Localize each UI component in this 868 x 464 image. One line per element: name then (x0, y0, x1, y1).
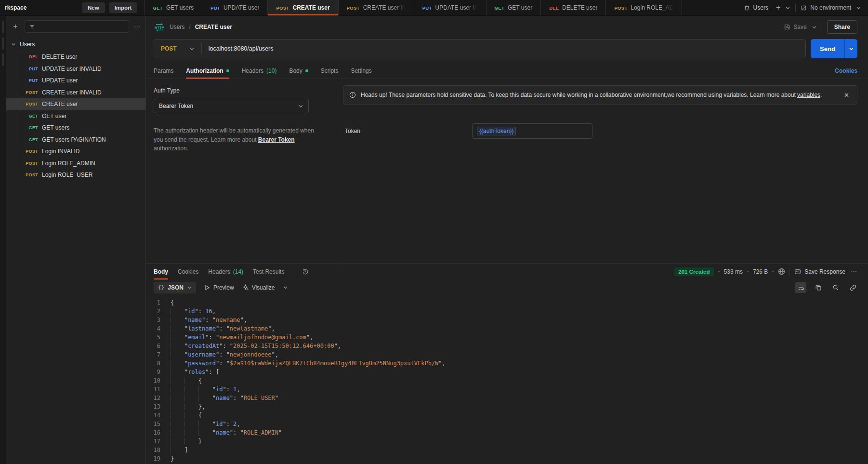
tab-title: CREATE user (292, 4, 329, 11)
request-list-item[interactable]: PUTUPDATE user (6, 75, 145, 87)
save-button[interactable]: Save (784, 24, 806, 30)
breadcrumb-collection[interactable]: Users (170, 24, 184, 30)
environment-selector[interactable]: No environment (801, 4, 851, 11)
request-list-item[interactable]: POSTLogin INVALID (6, 146, 145, 158)
indent-guide (171, 429, 184, 436)
workspace-label[interactable]: rkspace (0, 0, 82, 15)
open-tab[interactable]: POSTCREATE user (268, 0, 338, 15)
response-more-button[interactable]: ⋯ (850, 268, 858, 275)
code-token: } (171, 455, 174, 462)
collection-row-users[interactable]: Users (6, 38, 145, 51)
tab-title: GET user (508, 4, 532, 11)
link-icon[interactable] (847, 282, 858, 293)
open-tab[interactable]: GETGET user (487, 0, 541, 15)
request-tab-authorization[interactable]: Authorization (186, 63, 229, 79)
response-tab-body[interactable]: Body (154, 264, 168, 279)
cookies-link[interactable]: Cookies (835, 67, 857, 74)
request-tab-headers[interactable]: Headers(10) (242, 63, 277, 79)
tab-list-chevron-icon[interactable] (785, 5, 790, 11)
auth-type-chevron-icon (298, 104, 303, 109)
response-tab-cookies[interactable]: Cookies (178, 264, 198, 279)
code-token: , (442, 360, 446, 367)
request-method-label: POST (13, 149, 38, 154)
url-input[interactable]: localhost:8080/api/users (202, 45, 274, 52)
request-list-item[interactable]: POSTLogin ROLE_USER (6, 169, 145, 181)
history-icon[interactable] (302, 268, 309, 275)
bearer-token-link[interactable]: Bearer Token (258, 136, 295, 143)
sidebar-more-button[interactable]: ⋯ (133, 23, 142, 30)
new-button[interactable]: New (82, 2, 105, 13)
request-tab-body[interactable]: Body (289, 63, 308, 79)
request-list-item[interactable]: POSTCREATE user (6, 98, 145, 110)
response-tab-headers[interactable]: Headers(14) (208, 264, 243, 279)
open-tab[interactable]: PUTUPDATE user INV (414, 0, 487, 15)
send-options-button[interactable] (844, 39, 857, 58)
sidebar-filter-input[interactable] (25, 20, 129, 33)
request-method-label: POST (13, 102, 38, 106)
collection-tab-users[interactable]: Users (741, 4, 771, 11)
request-tab-params[interactable]: Params (154, 63, 173, 79)
auth-type-select[interactable]: Bearer Token (154, 99, 309, 113)
visualize-button[interactable]: Visualize (242, 284, 275, 291)
request-list-item[interactable]: GETGET users (6, 122, 145, 134)
wrap-text-button[interactable] (795, 282, 806, 293)
open-tab[interactable]: GETGET users (145, 0, 202, 15)
request-tab-settings[interactable]: Settings (351, 63, 371, 79)
indent-guide (171, 334, 184, 341)
open-tab[interactable]: PUTUPDATE user (202, 0, 268, 15)
code-token: " (240, 429, 244, 436)
sidebar-add-button[interactable]: + (10, 22, 21, 31)
new-tab-button[interactable]: + (776, 4, 780, 12)
line-number-gutter: 12345678910111213141516171819 (146, 298, 166, 464)
banner-close-icon[interactable]: ✕ (842, 91, 851, 100)
method-selector[interactable]: POST (154, 45, 201, 52)
environment-chevron-icon[interactable] (856, 5, 861, 11)
search-icon[interactable] (830, 282, 841, 293)
request-method-label: PUT (13, 66, 38, 71)
request-list-item[interactable]: DELDELETE user (6, 51, 145, 63)
code-token: : (219, 325, 226, 332)
token-input[interactable]: {{authToken}} (472, 123, 592, 139)
code-token: " (240, 317, 244, 323)
code-token: : (226, 421, 233, 427)
response-json-body: { "id": 16, "name": "newname", "lastname… (166, 298, 868, 464)
code-line: "lastname": "newlastname", (171, 324, 868, 333)
copy-icon[interactable] (813, 282, 824, 293)
body-format-select[interactable]: {} JSON (154, 282, 196, 293)
request-list-item[interactable]: PUTUPDATE user INVALID (6, 63, 145, 75)
network-globe-icon[interactable] (778, 268, 785, 275)
line-number: 13 (146, 402, 160, 411)
response-tab-test-results[interactable]: Test Results (253, 264, 284, 279)
import-button[interactable]: Import (109, 2, 138, 13)
line-number: 14 (146, 411, 160, 420)
code-token: ROLE_ADMIN (244, 429, 278, 436)
code-line: } (171, 437, 868, 446)
save-options-chevron-icon[interactable] (812, 25, 817, 30)
save-response-button[interactable]: Save Response (794, 268, 845, 275)
collection-tab-label: Users (753, 4, 768, 11)
open-tab[interactable]: POSTCREATE user INV (339, 0, 414, 15)
request-name: Login ROLE_USER (42, 172, 92, 178)
open-tab[interactable]: DELDELETE user (541, 0, 606, 15)
request-tab-scripts[interactable]: Scripts (321, 63, 339, 79)
request-list-item[interactable]: POSTCREATE user INVALID (6, 87, 145, 99)
share-button[interactable]: Share (827, 20, 857, 34)
code-token: : (198, 308, 205, 315)
request-method-label: POST (13, 161, 38, 166)
request-tab-count: (10) (266, 67, 276, 74)
variables-link[interactable]: variables (797, 92, 820, 98)
code-token: " (230, 429, 233, 436)
indent-guide (184, 421, 198, 427)
request-list-item[interactable]: GETGET users PAGINATION (6, 134, 145, 146)
code-token: 16 (205, 308, 212, 315)
view-options-chevron-icon[interactable] (283, 285, 288, 290)
code-token: { (198, 377, 202, 384)
code-token: " (226, 351, 230, 358)
environment-label: No environment (810, 4, 851, 11)
send-button[interactable]: Send (811, 39, 844, 58)
preview-button[interactable]: Preview (204, 284, 234, 291)
request-list-item[interactable]: POSTLogin ROLE_ADMIN (6, 158, 145, 170)
open-tab[interactable]: POSTLogin ROLE_ADM (606, 0, 682, 15)
line-number: 4 (146, 324, 160, 333)
request-list-item[interactable]: GETGET user (6, 110, 145, 122)
